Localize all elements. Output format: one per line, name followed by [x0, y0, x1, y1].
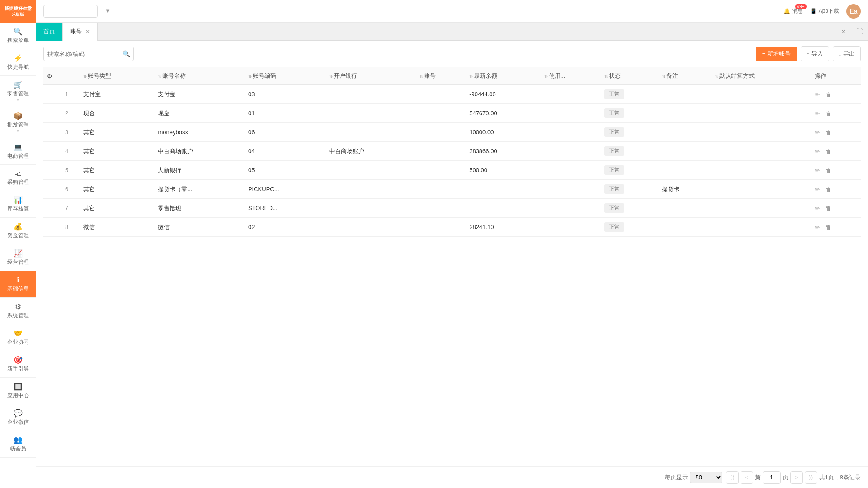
row-gear: [43, 142, 61, 161]
col-balance[interactable]: ⇅最新余额: [466, 67, 540, 85]
col-status[interactable]: ⇅状态: [601, 67, 658, 85]
col-settlement[interactable]: ⇅默认结算方式: [711, 67, 811, 85]
row-name: 提货卡（零...: [154, 180, 244, 199]
row-usage: [541, 199, 601, 218]
toolbar-right: + 新增账号 ↑ 导入 ↓ 导出: [756, 46, 861, 61]
edit-icon[interactable]: ✏: [815, 205, 820, 212]
tab-home[interactable]: 首页: [36, 23, 63, 41]
delete-icon[interactable]: 🗑: [825, 205, 831, 212]
col-setting[interactable]: ⚙: [43, 67, 61, 85]
sidebar-item-retail[interactable]: 🛒 零售管理 ▼: [0, 76, 36, 107]
row-num: 7: [61, 199, 80, 218]
row-gear: [43, 104, 61, 123]
window-expand-button[interactable]: ⛶: [851, 23, 868, 41]
col-account[interactable]: ⇅账号: [416, 67, 466, 85]
first-page-button[interactable]: ⟨⟨: [726, 471, 739, 484]
tab-close-icon[interactable]: ✕: [85, 28, 90, 35]
retail-arrow: ▼: [16, 98, 20, 102]
sidebar-item-finance[interactable]: 💰 资金管理: [0, 218, 36, 244]
dropdown-arrow-icon[interactable]: ▼: [105, 8, 111, 14]
table-row: 5 其它 大新银行 05 500.00 正常 ✏ 🗑: [43, 161, 861, 180]
row-remark: [658, 218, 711, 237]
sidebar-item-quick-nav[interactable]: ⚡ 快捷导航: [0, 49, 36, 76]
sidebar-item-purchase[interactable]: 🛍 采购管理: [0, 165, 36, 191]
edit-icon[interactable]: ✏: [815, 148, 820, 155]
row-name: 中百商场账户: [154, 142, 244, 161]
row-usage: [541, 161, 601, 180]
sidebar-item-wholesale[interactable]: 📦 批发管理 ▼: [0, 107, 36, 138]
sidebar-item-member[interactable]: 👥 畅会员: [0, 431, 36, 458]
col-remark[interactable]: ⇅备注: [658, 67, 711, 85]
sidebar-item-enterprise-agreement[interactable]: 🤝 企业协同: [0, 324, 36, 351]
row-num: 5: [61, 161, 80, 180]
logo-text: 畅捷通好生意: [5, 6, 32, 11]
row-usage: [541, 180, 601, 199]
table-row: 4 其它 中百商场账户 04 中百商场账户 383866.00 正常 ✏ 🗑: [43, 142, 861, 161]
global-search-input[interactable]: [43, 5, 98, 18]
import-button[interactable]: ↑ 导入: [801, 46, 829, 61]
row-actions: ✏ 🗑: [811, 161, 861, 180]
col-name[interactable]: ⇅账号名称: [154, 67, 244, 85]
table-search-input[interactable]: [43, 47, 134, 61]
toolbar: 🔍 + 新增账号 ↑ 导入 ↓ 导出: [36, 41, 868, 67]
row-status: 正常: [601, 218, 658, 237]
col-type[interactable]: ⇅账号类型: [80, 67, 154, 85]
delete-icon[interactable]: 🗑: [825, 91, 831, 98]
row-name: 零售抵现: [154, 199, 244, 218]
delete-icon[interactable]: 🗑: [825, 110, 831, 117]
delete-icon[interactable]: 🗑: [825, 148, 831, 155]
sidebar-item-new-guide[interactable]: 🎯 新手引导: [0, 351, 36, 378]
edit-icon[interactable]: ✏: [815, 110, 820, 117]
delete-icon[interactable]: 🗑: [825, 167, 831, 174]
sidebar-item-basic-info[interactable]: ℹ 基础信息: [0, 271, 36, 298]
retail-icon: 🛒: [14, 80, 23, 89]
basic-info-icon: ℹ: [2, 276, 34, 284]
row-account: [416, 104, 466, 123]
sidebar-item-system[interactable]: ⚙ 系统管理: [0, 298, 36, 324]
edit-icon[interactable]: ✏: [815, 91, 820, 98]
delete-icon[interactable]: 🗑: [825, 186, 831, 193]
messages-badge: 99+: [795, 4, 807, 9]
sidebar-item-operations[interactable]: 📈 经营管理: [0, 244, 36, 271]
sidebar-item-enterprise-wechat[interactable]: 💬 企业微信: [0, 404, 36, 431]
row-bank: [326, 123, 415, 142]
col-code[interactable]: ⇅账号编码: [245, 67, 326, 85]
row-type: 微信: [80, 218, 154, 237]
edit-icon[interactable]: ✏: [815, 224, 820, 231]
edit-icon[interactable]: ✏: [815, 167, 820, 174]
system-icon: ⚙: [2, 302, 34, 311]
row-account: [416, 123, 466, 142]
total-records: 共1页，8条记录: [819, 474, 861, 482]
search-icon[interactable]: 🔍: [123, 50, 130, 57]
sidebar-item-inventory[interactable]: 📊 库存核算: [0, 191, 36, 218]
page-size-select[interactable]: 50 100 200: [690, 472, 722, 483]
col-bank[interactable]: ⇅开户银行: [326, 67, 415, 85]
user-avatar[interactable]: Ea: [846, 4, 861, 19]
messages-button[interactable]: 🔔 消息 99+: [783, 7, 803, 15]
delete-icon[interactable]: 🗑: [825, 224, 831, 231]
sidebar-item-ecommerce[interactable]: 💻 电商管理: [0, 138, 36, 165]
row-status: 正常: [601, 180, 658, 199]
sidebar-item-app-center[interactable]: 🔲 应用中心: [0, 378, 36, 404]
last-page-button[interactable]: ⟩⟩: [805, 471, 817, 484]
row-settlement: [711, 218, 811, 237]
row-num: 1: [61, 85, 80, 104]
edit-icon[interactable]: ✏: [815, 129, 820, 136]
prev-page-button[interactable]: ＜: [741, 471, 753, 484]
row-code: 02: [245, 218, 326, 237]
row-usage: [541, 104, 601, 123]
next-page-button[interactable]: ＞: [790, 471, 803, 484]
toolbar-left: 🔍: [43, 47, 134, 61]
row-account: [416, 161, 466, 180]
delete-icon[interactable]: 🗑: [825, 129, 831, 136]
tab-accounts[interactable]: 账号 ✕: [63, 23, 98, 41]
row-status: 正常: [601, 142, 658, 161]
window-close-button[interactable]: ✕: [837, 23, 850, 41]
page-number-input[interactable]: [763, 471, 781, 484]
app-download-button[interactable]: 📱 App下载: [810, 7, 839, 15]
col-usage[interactable]: ⇅使用...: [541, 67, 601, 85]
add-account-button[interactable]: + 新增账号: [756, 47, 797, 61]
export-button[interactable]: ↓ 导出: [833, 46, 861, 61]
edit-icon[interactable]: ✏: [815, 186, 820, 193]
sidebar-item-search-menu[interactable]: 🔍 搜索菜单: [0, 23, 36, 49]
